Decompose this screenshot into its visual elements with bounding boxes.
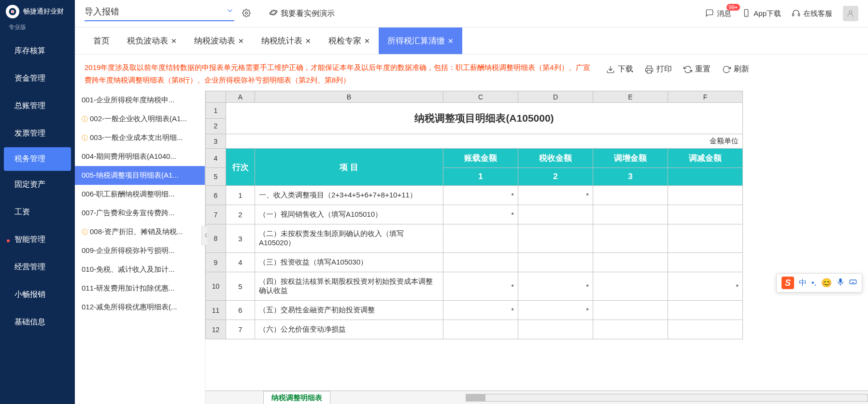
sidebar-item-4[interactable]: 税务管理 — [4, 147, 71, 171]
help-icon[interactable]: ⓘ — [82, 115, 88, 124]
cell-proj[interactable]: （一）视同销售收入（填写A105010） — [255, 205, 443, 224]
print-button[interactable]: 打印 — [645, 64, 672, 74]
cell-f[interactable]: * — [668, 272, 743, 301]
messages-button[interactable]: 消息 99+ — [705, 9, 731, 19]
download-button[interactable]: 下载 — [606, 64, 633, 74]
horizontal-scrollbar[interactable] — [466, 394, 868, 402]
cell-c[interactable] — [443, 253, 518, 272]
gear-icon[interactable] — [242, 9, 252, 18]
import-select[interactable]: 导入报错 — [85, 6, 234, 21]
cell-proj[interactable]: （六）公允价值变动净损益 — [255, 320, 443, 339]
cell-rn[interactable]: 6 — [226, 301, 255, 320]
cell-f[interactable] — [668, 224, 743, 253]
cell-e[interactable] — [593, 253, 668, 272]
row-head-5[interactable]: 5 — [206, 168, 226, 186]
close-icon[interactable]: ✕ — [305, 37, 311, 45]
ime-mic-icon[interactable] — [837, 278, 844, 288]
cell-d[interactable] — [518, 253, 593, 272]
col-head-F[interactable]: F — [668, 91, 743, 103]
sidebar-item-8[interactable]: 经营管理 — [0, 253, 75, 281]
row-head-9[interactable]: 9 — [206, 253, 226, 272]
cell-d[interactable]: * — [518, 186, 593, 205]
tree-item-8[interactable]: 009-企业所得税弥补亏损明... — [75, 241, 205, 260]
tree-item-3[interactable]: 004-期间费用明细表(A1040... — [75, 147, 205, 166]
cell-d[interactable]: * — [518, 301, 593, 320]
cell-proj[interactable]: （三）投资收益（填写A105030） — [255, 253, 443, 272]
cell-f[interactable] — [668, 205, 743, 224]
close-icon[interactable]: ✕ — [364, 37, 370, 45]
ime-emoji-icon[interactable]: 😊 — [821, 278, 832, 288]
tree-item-4[interactable]: 005-纳税调整项目明细表(A1... — [75, 166, 205, 185]
close-icon[interactable]: ✕ — [171, 37, 177, 45]
cell-c[interactable] — [443, 320, 518, 339]
tree-item-10[interactable]: 011-研发费用加计扣除优惠... — [75, 279, 205, 298]
ime-bar[interactable]: S 中 •, 😊 — [776, 273, 862, 293]
tree-item-1[interactable]: ⓘ002-一般企业收入明细表(A1... — [75, 110, 205, 128]
row-head-7[interactable]: 7 — [206, 205, 226, 224]
sheet-tab[interactable]: 纳税调整明细表 — [263, 391, 330, 404]
col-head-D[interactable]: D — [518, 91, 593, 103]
sidebar-item-9[interactable]: 小畅报销 — [0, 281, 75, 308]
sidebar-item-3[interactable]: 发票管理 — [0, 120, 75, 147]
demo-link[interactable]: 我要看实例演示 — [269, 8, 335, 19]
sidebar-item-5[interactable]: 固定资产 — [0, 171, 75, 198]
row-head-3[interactable]: 3 — [206, 134, 226, 149]
cell-f[interactable] — [668, 301, 743, 320]
row-head-2[interactable]: 2 — [206, 118, 226, 134]
cell-rn[interactable]: 7 — [226, 320, 255, 339]
sidebar-item-1[interactable]: 资金管理 — [0, 65, 75, 92]
cell-rn[interactable]: 5 — [226, 272, 255, 301]
cell-f[interactable] — [668, 186, 743, 205]
corner-cell[interactable] — [206, 91, 226, 103]
cell-d[interactable] — [518, 205, 593, 224]
cell-d[interactable]: * — [518, 272, 593, 301]
row-head-8[interactable]: 8 — [206, 224, 226, 253]
help-icon[interactable]: ⓘ — [82, 228, 88, 237]
ime-lang[interactable]: 中 — [799, 278, 807, 288]
tab-4[interactable]: 税检专家✕ — [320, 28, 379, 54]
cell-c[interactable]: * — [443, 186, 518, 205]
cell-e[interactable] — [593, 224, 668, 253]
cell-proj[interactable]: （五）交易性金融资产初始投资调整 — [255, 301, 443, 320]
cell-e[interactable] — [593, 205, 668, 224]
cell-c[interactable]: * — [443, 205, 518, 224]
spreadsheet[interactable]: ABCDEF1纳税调整项目明细表(A105000)23金额单位4行次项 目账载金… — [205, 91, 868, 390]
row-head-11[interactable]: 11 — [206, 301, 226, 320]
cell-proj[interactable]: （四）按权益法核算长期股权投资对初始投资成本调整确认收益 — [255, 272, 443, 301]
cell-rn[interactable]: 2 — [226, 205, 255, 224]
col-head-C[interactable]: C — [443, 91, 518, 103]
col-head-A[interactable]: A — [226, 91, 255, 103]
cell-c[interactable]: * — [443, 301, 518, 320]
tab-0[interactable]: 首页 — [85, 28, 118, 54]
reset-button[interactable]: 重置 — [683, 64, 711, 74]
tree-item-6[interactable]: 007-广告费和业务宣传费跨... — [75, 204, 205, 223]
help-icon[interactable]: ⓘ — [82, 134, 88, 142]
cell-proj[interactable]: （二）未按权责发生制原则确认的收入（填写A105020） — [255, 224, 443, 253]
row-head-6[interactable]: 6 — [206, 186, 226, 205]
tree-item-9[interactable]: 010-免税、减计收入及加计... — [75, 260, 205, 279]
sidebar-item-10[interactable]: 基础信息 — [0, 308, 75, 336]
tab-1[interactable]: 税负波动表✕ — [118, 28, 185, 54]
cell-e[interactable] — [593, 186, 668, 205]
ime-keyboard-icon[interactable] — [849, 278, 857, 288]
close-icon[interactable]: ✕ — [448, 37, 454, 45]
tree-item-7[interactable]: ⓘ008-资产折旧、摊销及纳税... — [75, 223, 205, 241]
customer-service-button[interactable]: 在线客服 — [792, 9, 832, 19]
cell-proj[interactable]: 一、收入类调整项目（2+3+4+5+6+7+8+10+11） — [255, 186, 443, 205]
row-head-1[interactable]: 1 — [206, 103, 226, 119]
row-head-4[interactable]: 4 — [206, 149, 226, 168]
col-head-E[interactable]: E — [593, 91, 668, 103]
cell-d[interactable] — [518, 320, 593, 339]
sidebar-item-7[interactable]: 智能管理 — [0, 226, 75, 253]
row-head-10[interactable]: 10 — [206, 272, 226, 301]
tree-item-0[interactable]: 001-企业所得税年度纳税申... — [75, 91, 205, 110]
scrollbar-thumb[interactable] — [466, 394, 485, 401]
cell-rn[interactable]: 3 — [226, 224, 255, 253]
cell-d[interactable] — [518, 224, 593, 253]
cell-c[interactable]: * — [443, 272, 518, 301]
sidebar-item-0[interactable]: 库存核算 — [0, 37, 75, 65]
cell-rn[interactable]: 1 — [226, 186, 255, 205]
close-icon[interactable]: ✕ — [238, 37, 244, 45]
app-download-button[interactable]: App下载 — [742, 9, 781, 19]
cell-f[interactable] — [668, 253, 743, 272]
